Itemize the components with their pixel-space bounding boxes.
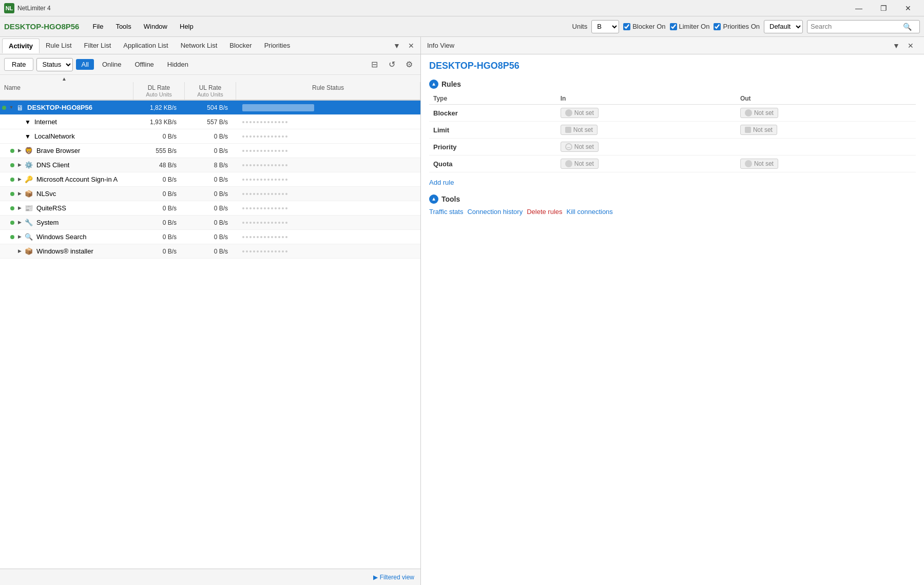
rule-dot [271,164,273,166]
table-row[interactable]: ▶🦁Brave Browser555 B/s0 B/s [0,144,420,158]
table-row[interactable]: ▼Internet1,93 KB/s557 B/s [0,115,420,129]
filter-hidden[interactable]: Hidden [162,59,194,70]
tool-link-traffic-stats[interactable]: Traffic stats [429,208,463,216]
info-menu-button[interactable]: ▼ [889,38,903,53]
rule-dot [260,207,262,209]
expand-button[interactable]: ▶ [16,191,23,197]
limiter-checkbox[interactable] [670,23,677,30]
rule-dot [260,179,262,181]
expand-button[interactable]: ▶ [16,234,23,240]
filter-online[interactable]: Online [97,59,127,70]
col-ul-rate: UL Rate Auto Units [185,82,236,100]
info-close-button[interactable]: ✕ [903,38,918,53]
rule-dot [246,135,248,138]
rule-dot [282,164,284,166]
settings-button[interactable]: ⚙ [402,57,416,72]
expand-button[interactable]: ▶ [16,205,23,211]
tools-section-header[interactable]: ▼ Tools [429,194,916,204]
filtered-view-bar[interactable]: ▶ Filtered view [0,569,420,585]
tool-link-connection-history[interactable]: Connection history [467,208,523,216]
expand-button[interactable]: ▶ [16,148,23,154]
profile-select[interactable]: Default [764,20,803,33]
expand-button[interactable]: ▶ [16,248,23,255]
minimize-button[interactable]: — [847,0,871,16]
table-row[interactable]: ▼LocalNetwork0 B/s0 B/s [0,129,420,144]
maximize-button[interactable]: ❐ [872,0,895,16]
rule-dot [275,193,277,195]
tab-filter-list[interactable]: Filter List [78,38,118,52]
rule-out[interactable]: Not set [736,105,916,122]
rule-dot [278,121,280,123]
table-row[interactable]: ▶🔍Windows Search0 B/s0 B/s [0,230,420,244]
tab-priorities[interactable]: Priorities [258,38,297,52]
rule-dot [264,179,266,181]
expand-button[interactable]: ▶ [16,162,23,168]
rules-section-header[interactable]: ▼ Rules [429,80,916,89]
table-row[interactable]: ▶📰QuiteRSS0 B/s0 B/s [0,201,420,216]
rule-status [236,206,420,210]
tab-blocker[interactable]: Blocker [223,38,258,52]
table-row[interactable]: ▼🖥DESKTOP-HGO8P561,82 KB/s504 B/s [0,101,420,115]
menu-help[interactable]: Help [175,21,199,32]
status-dot [10,163,14,167]
menu-file[interactable]: File [87,21,108,32]
table-row[interactable]: ▶📦Windows® installer0 B/s0 B/s [0,244,420,259]
tool-link-kill-connections[interactable]: Kill connections [567,208,613,216]
filter-icon: ▼ [25,133,31,140]
collapse-button[interactable]: ⊟ [367,57,381,72]
expand-button[interactable]: ▼ [8,105,14,111]
priorities-checkbox[interactable] [714,23,721,30]
units-select[interactable]: BKBMB [591,20,619,33]
rule-dot [246,236,248,238]
blocker-checkbox[interactable] [623,23,630,30]
table-row[interactable]: ▶🔑Microsoft Account Sign-in A0 B/s0 B/s [0,172,420,187]
refresh-button[interactable]: ↺ [384,57,399,72]
status-select[interactable]: Status [36,58,73,71]
rule-dot [246,222,248,224]
rule-out[interactable] [736,139,916,155]
rule-type: Quota [429,155,556,172]
table-header: Name DL Rate Auto Units UL Rate Auto Uni… [0,82,420,101]
tab-network-list[interactable]: Network List [175,38,224,52]
filter-offline[interactable]: Offline [130,59,159,70]
status-dot [10,206,14,210]
menu-tools[interactable]: Tools [110,21,136,32]
add-rule-link[interactable]: Add rule [429,179,454,186]
tool-link-delete-rules[interactable]: Delete rules [527,208,562,216]
rule-dot [257,164,259,166]
rules-col-out: Out [736,93,916,105]
search-input[interactable] [811,23,903,30]
close-button[interactable]: ✕ [896,0,920,16]
rule-dot [275,164,277,166]
tools-links: Traffic statsConnection historyDelete ru… [429,208,916,216]
row-name: DESKTOP-HGO8P56 [27,104,92,111]
tab-close-button[interactable]: ✕ [404,38,418,53]
rule-in[interactable]: Not set [556,155,736,172]
rule-dot [285,193,287,195]
rule-dots [240,193,416,195]
table-row[interactable]: ▶📦NLSvc0 B/s0 B/s [0,187,420,201]
table-row[interactable]: ▶⚙️DNS Client48 B/s8 B/s [0,158,420,172]
expand-button[interactable]: ▶ [16,220,23,226]
tab-activity[interactable]: Activity [2,38,40,53]
tab-rule-list[interactable]: Rule List [40,38,78,52]
rate-button[interactable]: Rate [4,58,33,71]
rule-dot [271,236,273,238]
collapse-arrow-row[interactable]: ▲ [0,75,420,82]
activity-toolbar: Rate Status All Online Offline Hidden ⊟ … [0,54,420,75]
rule-out[interactable]: Not set [736,155,916,172]
table-row[interactable]: ▶🔧System0 B/s0 B/s [0,216,420,230]
rule-in[interactable]: Not set [556,105,736,122]
rule-out[interactable]: Not set [736,122,916,139]
menu-window[interactable]: Window [139,21,172,32]
tab-menu-button[interactable]: ▼ [390,38,404,53]
rule-dots [240,135,416,138]
rule-row: Blocker Not set Not set [429,105,916,122]
filter-all[interactable]: All [76,59,93,70]
rule-in[interactable]: Not set [556,122,736,139]
tab-application-list[interactable]: Application List [117,38,174,52]
rule-dot [278,207,280,209]
expand-button[interactable]: ▶ [16,177,23,183]
rule-in[interactable]: – Not set [556,139,736,155]
search-icon: 🔍 [903,23,912,31]
